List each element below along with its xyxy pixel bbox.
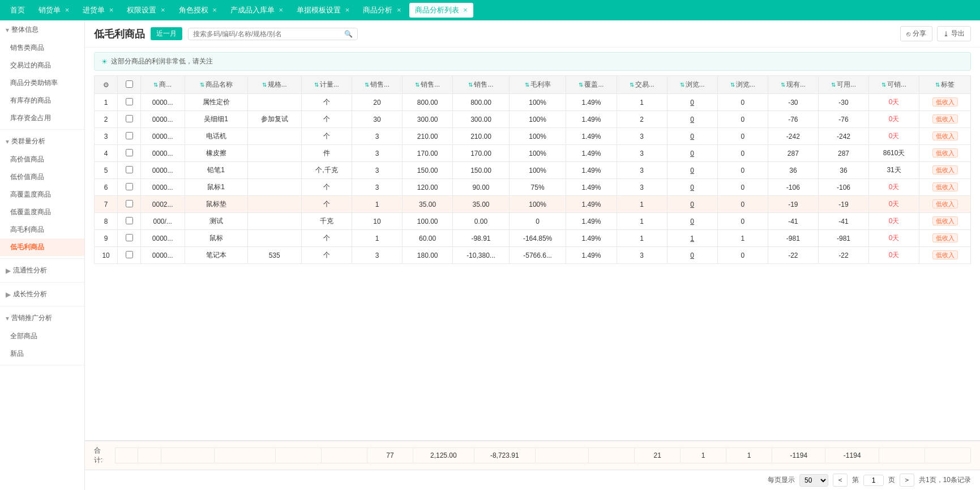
cell-checkbox[interactable] <box>118 213 141 230</box>
col-available-stock[interactable]: ⇅可用... <box>818 76 868 94</box>
sidebar-item-traded-products[interactable]: 交易过的商品 <box>0 57 84 74</box>
close-icon[interactable]: × <box>397 6 401 14</box>
close-icon[interactable]: × <box>161 6 165 14</box>
col-gross-margin[interactable]: ⇅毛利率 <box>509 76 566 94</box>
close-icon[interactable]: × <box>279 6 284 14</box>
cell-checkbox[interactable] <box>118 196 141 213</box>
col-code[interactable]: ⇅商... <box>140 76 185 94</box>
nav-product-analysis[interactable]: 商品分析 × <box>357 3 406 18</box>
sidebar-item-category-sales-rate[interactable]: 商品分类助销率 <box>0 74 84 92</box>
cell-checkbox[interactable] <box>118 230 141 247</box>
col-sales-amount[interactable]: ⇅销售... <box>403 76 453 94</box>
row-checkbox[interactable] <box>126 251 133 258</box>
sidebar-item-low-value[interactable]: 低价值商品 <box>0 168 84 186</box>
cell-view1[interactable]: 0 <box>667 162 717 179</box>
cell-view1[interactable]: 0 <box>667 196 717 213</box>
row-checkbox[interactable] <box>126 166 133 173</box>
nav-sales-order[interactable]: 销货单 × <box>33 3 75 18</box>
col-current-stock[interactable]: ⇅现有... <box>768 76 818 94</box>
sidebar-item-sales-products[interactable]: 销售类商品 <box>0 39 84 57</box>
col-view1[interactable]: ⇅浏览... <box>667 76 717 94</box>
export-button[interactable]: ⤓ 导出 <box>937 26 971 41</box>
cell-checkbox[interactable] <box>118 145 141 162</box>
cell-checkbox[interactable] <box>118 94 141 111</box>
cell-view1[interactable]: 0 <box>667 247 717 264</box>
col-sellable-days[interactable]: ⇅可销... <box>869 76 919 94</box>
sidebar-item-all-products[interactable]: 全部商品 <box>0 327 84 345</box>
cell-view1[interactable]: 0 <box>667 111 717 128</box>
nav-template[interactable]: 单据模板设置 × <box>291 3 355 18</box>
sidebar-group-growth[interactable]: ▶ 成长性分析 <box>0 285 84 304</box>
view1-link[interactable]: 0 <box>690 150 694 157</box>
cell-checkbox[interactable] <box>118 247 141 264</box>
close-icon[interactable]: × <box>345 6 350 14</box>
sidebar-item-inventory-capital[interactable]: 库存资金占用 <box>0 109 84 127</box>
share-button[interactable]: ⎋ 分享 <box>900 26 932 41</box>
row-checkbox[interactable] <box>126 115 133 122</box>
cell-view1[interactable]: 0 <box>667 145 717 162</box>
row-checkbox[interactable] <box>126 234 133 241</box>
row-checkbox[interactable] <box>126 149 133 156</box>
sidebar-group-liquidity[interactable]: ▶ 流通性分析 <box>0 261 84 280</box>
nav-permission[interactable]: 权限设置 × <box>121 3 170 18</box>
sidebar-group-marketing[interactable]: ▾ 营销推广分析 <box>0 309 84 327</box>
view1-link[interactable]: 0 <box>690 252 694 259</box>
row-checkbox[interactable] <box>126 183 133 190</box>
view1-link[interactable]: 0 <box>690 184 694 191</box>
col-spec[interactable]: ⇅规格... <box>247 76 301 94</box>
sidebar-group-overall[interactable]: ▾ 整体信息 <box>0 20 84 39</box>
cell-view1[interactable]: 0 <box>667 128 717 145</box>
close-icon[interactable]: × <box>65 6 70 14</box>
sidebar-item-stocked-products[interactable]: 有库存的商品 <box>0 92 84 109</box>
table-wrapper[interactable]: ⚙ ⇅商... ⇅商品名称 ⇅规格... ⇅计量... ⇅销售... ⇅销售..… <box>85 75 980 440</box>
page-size-select[interactable]: 50 100 <box>799 474 828 487</box>
sidebar-item-low-coverage[interactable]: 低覆盖度商品 <box>0 203 84 221</box>
close-icon[interactable]: × <box>212 6 217 14</box>
view1-link[interactable]: 0 <box>690 218 694 225</box>
cell-view1[interactable]: 0 <box>667 213 717 230</box>
cell-view1[interactable]: 0 <box>667 94 717 111</box>
sidebar-group-cluster[interactable]: ▾ 类群量分析 <box>0 132 84 151</box>
view1-link[interactable]: 1 <box>690 235 694 242</box>
row-checkbox[interactable] <box>126 98 133 105</box>
time-filter-button[interactable]: 近一月 <box>151 27 182 40</box>
nav-product-analysis-list[interactable]: 商品分析列表 × <box>409 3 473 18</box>
cell-checkbox[interactable] <box>118 128 141 145</box>
next-page-button[interactable]: ＞ <box>900 474 914 487</box>
view1-link[interactable]: 0 <box>690 116 694 123</box>
close-icon[interactable]: × <box>109 6 114 14</box>
nav-role-auth[interactable]: 角色授权 × <box>173 3 222 18</box>
nav-home[interactable]: 首页 <box>5 3 31 18</box>
sidebar-item-high-value[interactable]: 高价值商品 <box>0 151 84 168</box>
col-unit[interactable]: ⇅计量... <box>301 76 352 94</box>
cell-view1[interactable]: 0 <box>667 179 717 196</box>
search-icon[interactable]: 🔍 <box>344 30 353 38</box>
prev-page-button[interactable]: ＜ <box>833 474 848 487</box>
sidebar-item-high-coverage[interactable]: 高覆盖度商品 <box>0 186 84 203</box>
view1-link[interactable]: 0 <box>690 201 694 208</box>
col-tag[interactable]: ⇅标签 <box>919 76 971 94</box>
col-sales-profit[interactable]: ⇅销售... <box>453 76 510 94</box>
cell-checkbox[interactable] <box>118 162 141 179</box>
sidebar-item-low-margin[interactable]: 低毛利商品 <box>0 238 84 256</box>
view1-link[interactable]: 0 <box>690 99 694 106</box>
page-number-input[interactable] <box>863 475 884 486</box>
cell-checkbox[interactable] <box>118 111 141 128</box>
col-trade-count[interactable]: ⇅交易... <box>617 76 667 94</box>
search-input[interactable] <box>193 30 342 38</box>
sidebar-item-high-margin[interactable]: 高毛利商品 <box>0 221 84 238</box>
col-name[interactable]: ⇅商品名称 <box>185 76 247 94</box>
row-checkbox[interactable] <box>126 200 133 207</box>
cell-view1[interactable]: 1 <box>667 230 717 247</box>
col-coverage[interactable]: ⇅覆盖... <box>566 76 617 94</box>
nav-product-inbound[interactable]: 产成品入库单 × <box>225 3 289 18</box>
select-all-checkbox[interactable] <box>126 80 133 88</box>
cell-checkbox[interactable] <box>118 179 141 196</box>
col-settings[interactable]: ⚙ <box>95 76 118 94</box>
row-checkbox[interactable] <box>126 217 133 224</box>
col-checkbox[interactable] <box>118 76 141 94</box>
col-sales-qty[interactable]: ⇅销售... <box>352 76 402 94</box>
view1-link[interactable]: 0 <box>690 167 694 174</box>
row-checkbox[interactable] <box>126 132 133 139</box>
col-view2[interactable]: ⇅浏览... <box>717 76 768 94</box>
